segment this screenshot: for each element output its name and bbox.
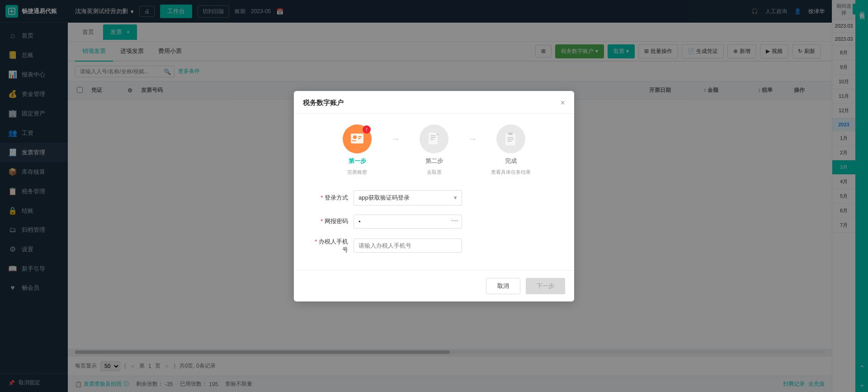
password-input[interactable] [354, 215, 462, 229]
svg-rect-11 [508, 133, 513, 135]
phone-input[interactable] [354, 239, 462, 253]
step-3: 完成 查看具体任务结果 [481, 124, 540, 176]
svg-rect-4 [358, 138, 361, 139]
svg-rect-9 [430, 139, 434, 140]
select-dropdown-icon: ▾ [454, 194, 457, 201]
dialog-form: * 登录方式 app获取验证码登录 ▾ * 网报密码 [312, 190, 556, 254]
password-row: * 网报密码 〰 [312, 215, 556, 229]
step-arrow-1: → [387, 124, 405, 144]
step-1-error-badge: ! [363, 125, 371, 134]
dialog-footer: 取消 下一步 [294, 270, 574, 301]
cancel-button[interactable]: 取消 [486, 278, 520, 294]
password-toggle-icon[interactable]: 〰 [451, 217, 458, 225]
svg-rect-8 [430, 137, 436, 138]
modal-overlay: 税务数字账户 × ! [0, 0, 868, 392]
step-arrow-2: → [463, 124, 481, 144]
svg-rect-12 [507, 137, 514, 138]
svg-rect-3 [358, 136, 362, 137]
dialog-title: 税务数字账户 [303, 99, 344, 107]
svg-rect-6 [429, 133, 438, 144]
password-wrapper: 〰 [354, 215, 462, 229]
step-1-desc: 完善账密 [347, 169, 367, 176]
svg-rect-1 [351, 134, 363, 143]
dialog-close-button[interactable]: × [560, 98, 565, 108]
svg-point-2 [353, 135, 357, 139]
step-3-desc: 查看具体任务结果 [491, 169, 531, 176]
step-1-icon-wrap: ! [343, 124, 372, 153]
phone-label: * 办税人手机号 [312, 238, 348, 254]
dialog-header: 税务数字账户 × [294, 91, 574, 114]
svg-rect-7 [430, 135, 436, 136]
steps-indicator: ! 第一步 完善账密 → [312, 124, 556, 176]
step-1: ! 第一步 完善账密 [328, 124, 387, 176]
svg-rect-13 [507, 139, 514, 140]
person-card-icon [349, 131, 365, 147]
step-3-icon-wrap [496, 124, 525, 153]
password-label: * 网报密码 [312, 217, 348, 225]
tax-digital-account-dialog: 税务数字账户 × ! [294, 91, 574, 301]
document-icon [426, 131, 442, 147]
step-2-desc: 去取票 [427, 169, 442, 176]
step-2-icon-wrap [420, 124, 448, 153]
step-2-label: 第二步 [425, 157, 443, 165]
login-method-label: * 登录方式 [312, 194, 348, 202]
phone-row: * 办税人手机号 [312, 238, 556, 254]
login-method-row: * 登录方式 app获取验证码登录 ▾ [312, 190, 556, 206]
svg-rect-5 [352, 140, 356, 141]
step-2: 第二步 去取票 [405, 124, 463, 176]
clipboard-icon [503, 131, 519, 147]
svg-rect-14 [507, 141, 512, 142]
dialog-body: ! 第一步 完善账密 → [294, 114, 574, 270]
next-step-button[interactable]: 下一步 [526, 278, 565, 294]
login-method-select[interactable]: app获取验证码登录 ▾ [354, 190, 462, 206]
step-1-label: 第一步 [349, 157, 366, 165]
step-3-label: 完成 [505, 157, 517, 165]
